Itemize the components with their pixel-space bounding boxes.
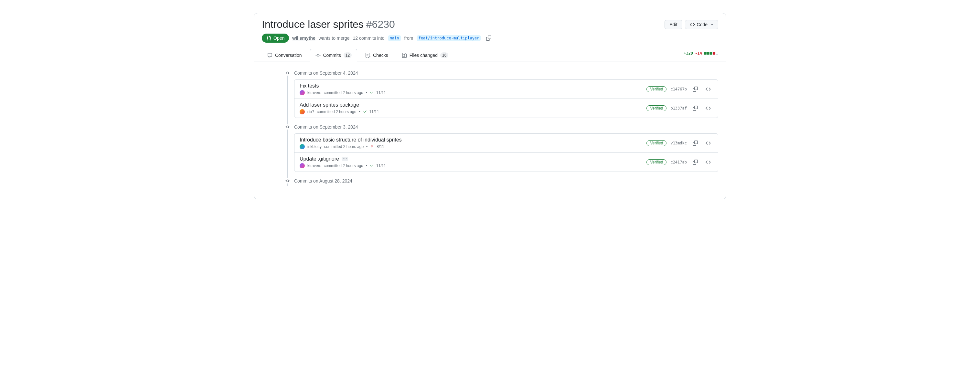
commit-count-text: 12 commits into — [353, 35, 385, 41]
tab-files[interactable]: Files changed 16 — [396, 49, 454, 61]
expand-message-button[interactable] — [342, 157, 348, 161]
author-link[interactable]: willsmythe — [292, 35, 315, 41]
browse-code-button[interactable] — [704, 158, 713, 167]
git-commit-icon — [285, 124, 290, 130]
pr-page: Introduce laser sprites #6230 Edit Code … — [254, 13, 726, 199]
commit-time: committed 2 hours ago — [324, 145, 364, 149]
commit-row: Introduce basic structure of individual … — [294, 134, 718, 153]
commit-group: Introduce basic structure of individual … — [294, 133, 718, 172]
commit-author-link[interactable]: inkblotty — [307, 145, 321, 149]
verified-badge[interactable]: Verified — [646, 105, 667, 111]
comment-icon — [267, 52, 272, 58]
browse-code-button[interactable] — [704, 85, 713, 94]
commit-sha-link[interactable]: c2417ab — [670, 160, 687, 164]
commit-author-link[interactable]: ktravers — [307, 164, 321, 168]
separator: • — [366, 91, 367, 95]
commit-time: committed 2 hours ago — [324, 164, 363, 168]
state-badge: Open — [262, 33, 289, 43]
commit-title-link[interactable]: Update .gitignore — [300, 156, 339, 162]
tab-checks-label: Checks — [373, 52, 388, 58]
status-icon[interactable] — [370, 145, 374, 149]
verified-badge[interactable]: Verified — [646, 86, 667, 92]
commit-time: committed 2 hours ago — [317, 110, 356, 114]
avatar[interactable] — [300, 163, 305, 168]
checklist-icon — [365, 52, 371, 58]
tab-files-label: Files changed — [409, 52, 438, 58]
status-text: 11/11 — [369, 110, 379, 114]
browse-code-button[interactable] — [704, 138, 713, 148]
date-label: Commits on August 28, 2024 — [294, 178, 352, 184]
commit-title-link[interactable]: Introduce basic structure of individual … — [300, 137, 402, 143]
status-text: 11/11 — [376, 91, 386, 95]
tab-checks[interactable]: Checks — [360, 49, 394, 61]
status-text: 11/11 — [376, 164, 386, 168]
commit-author-link[interactable]: ktravers — [307, 91, 321, 95]
copy-sha-button[interactable] — [691, 138, 700, 148]
commit-row: Update .gitignorektraverscommitted 2 hou… — [294, 153, 718, 172]
copy-sha-button[interactable] — [691, 104, 700, 113]
tabs: Conversation Commits 12 Checks Files cha… — [254, 48, 726, 61]
verified-badge[interactable]: Verified — [646, 159, 667, 165]
date-label: Commits on September 3, 2024 — [294, 124, 358, 130]
copy-sha-button[interactable] — [691, 158, 700, 167]
commit-sha-link[interactable]: v13mdkc — [670, 141, 687, 145]
diffblocks — [704, 52, 718, 55]
avatar[interactable] — [300, 109, 305, 114]
from-text: from — [404, 35, 414, 41]
commit-row: Fix testsktraverscommitted 2 hours ago•1… — [294, 80, 718, 99]
tab-conversation[interactable]: Conversation — [262, 49, 307, 61]
deletions: -14 — [695, 51, 702, 56]
state-text: Open — [274, 35, 285, 41]
code-icon — [690, 22, 695, 27]
head-branch[interactable]: feat/introduce-multiplayer — [417, 35, 481, 41]
git-commit-icon — [285, 70, 290, 76]
avatar[interactable] — [300, 144, 305, 149]
commit-row: Add laser sprites packagesix7committed 2… — [294, 99, 718, 118]
wants-text: wants to merge — [319, 35, 350, 41]
files-count: 16 — [440, 52, 448, 58]
avatar[interactable] — [300, 90, 305, 95]
commit-title-link[interactable]: Add laser sprites package — [300, 102, 359, 108]
diffstat: +329 -14 — [684, 51, 718, 59]
commit-time: committed 2 hours ago — [324, 91, 363, 95]
status-icon[interactable] — [370, 91, 374, 95]
file-diff-icon — [402, 52, 407, 58]
date-label: Commits on September 4, 2024 — [294, 70, 358, 76]
copy-branch-button[interactable] — [484, 33, 493, 43]
commit-timeline: Commits on September 4, 2024Fix testsktr… — [285, 68, 718, 186]
commits-count: 12 — [344, 52, 352, 58]
status-icon[interactable] — [363, 110, 367, 114]
copy-icon — [486, 35, 491, 41]
status-text: 8/11 — [377, 145, 384, 149]
tab-commits[interactable]: Commits 12 — [310, 49, 358, 61]
caret-down-icon — [711, 24, 713, 25]
verified-badge[interactable]: Verified — [646, 140, 667, 146]
commit-sha-link[interactable]: b1337af — [670, 106, 687, 111]
edit-button[interactable]: Edit — [665, 20, 682, 29]
additions: +329 — [684, 51, 693, 56]
commit-author-link[interactable]: six7 — [307, 110, 314, 114]
pr-number: #6230 — [366, 18, 395, 30]
tab-commits-label: Commits — [323, 52, 341, 58]
pr-title: Introduce laser sprites — [262, 18, 364, 30]
git-pull-request-icon — [266, 35, 272, 41]
copy-sha-button[interactable] — [691, 85, 700, 94]
git-commit-icon — [315, 52, 321, 58]
browse-code-button[interactable] — [704, 104, 713, 113]
status-icon[interactable] — [370, 164, 374, 168]
separator: • — [366, 145, 368, 149]
edit-label: Edit — [670, 22, 677, 27]
commit-group: Fix testsktraverscommitted 2 hours ago•1… — [294, 79, 718, 118]
date-marker: Commits on September 3, 2024 — [285, 122, 718, 132]
separator: • — [359, 110, 360, 114]
separator: • — [366, 164, 367, 168]
git-commit-icon — [285, 178, 290, 184]
tab-conversation-label: Conversation — [275, 52, 302, 58]
base-branch[interactable]: main — [388, 35, 401, 41]
commit-sha-link[interactable]: c14767b — [670, 87, 687, 91]
date-marker: Commits on August 28, 2024 — [285, 176, 718, 186]
commit-title-link[interactable]: Fix tests — [300, 83, 319, 89]
date-marker: Commits on September 4, 2024 — [285, 68, 718, 78]
code-button[interactable]: Code — [685, 20, 718, 29]
code-label: Code — [697, 22, 708, 27]
